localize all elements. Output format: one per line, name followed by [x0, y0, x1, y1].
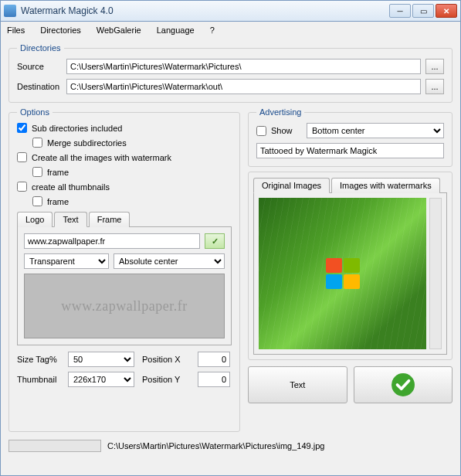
image-preview[interactable]: [259, 198, 426, 349]
tab-text[interactable]: Text: [54, 212, 86, 227]
show-ad-label: Show: [271, 126, 302, 135]
show-ad-checkbox[interactable]: [256, 126, 266, 136]
source-browse-button[interactable]: ...: [425, 59, 444, 74]
status-path: C:\Users\Martin\Pictures\Watermark\Pictu…: [107, 441, 324, 450]
position-y-input[interactable]: [198, 372, 230, 387]
destination-input[interactable]: [66, 79, 421, 94]
maximize-button[interactable]: ▭: [412, 4, 434, 18]
source-input[interactable]: [66, 59, 421, 74]
advertising-group: Advertising Show Bottom center: [248, 107, 453, 167]
subdirs-label: Sub directories included: [32, 124, 122, 133]
ad-text-input[interactable]: [256, 143, 444, 158]
create-watermark-checkbox[interactable]: [17, 152, 27, 162]
advertising-legend: Advertising: [256, 107, 304, 117]
menubar: Files Directories WebGalerie Language ?: [0, 22, 461, 39]
create-watermark-label: Create all the images with watermark: [32, 153, 171, 162]
position-x-label: Position X: [142, 355, 190, 364]
titlebar: Watermark Magick 4.0 ─ ▭ ✕: [0, 0, 461, 22]
options-group: Options Sub directories included Merge s…: [8, 107, 240, 432]
app-icon: [4, 5, 16, 17]
watermark-preview: www.zapwallpaper.fr: [24, 274, 225, 338]
directories-legend: Directories: [17, 43, 64, 53]
menu-webgalerie[interactable]: WebGalerie: [97, 26, 141, 35]
menu-help[interactable]: ?: [210, 26, 215, 35]
frame1-checkbox[interactable]: [32, 167, 42, 177]
destination-browse-button[interactable]: ...: [425, 79, 444, 94]
destination-label: Destination: [17, 82, 62, 91]
menu-directories[interactable]: Directories: [40, 26, 81, 35]
options-legend: Options: [17, 107, 53, 117]
subdirs-checkbox[interactable]: [17, 123, 27, 133]
frame1-label: frame: [47, 168, 69, 177]
thumbnail-label: Thumbnail: [17, 375, 60, 384]
merge-subdirs-label: Merge subdirectories: [47, 138, 127, 148]
windows-logo-icon: [326, 258, 360, 289]
preview-group: Original Images Images with watermarks: [248, 172, 453, 360]
watermark-tabs: Logo Text Frame: [17, 211, 232, 227]
progress-bar: [8, 440, 101, 452]
menu-language[interactable]: Language: [157, 26, 195, 35]
minimize-button[interactable]: ─: [389, 4, 411, 18]
svg-point-0: [392, 373, 415, 396]
close-button[interactable]: ✕: [436, 4, 457, 18]
create-thumbnails-label: create all thumbnails: [32, 182, 110, 192]
run-button[interactable]: [354, 366, 453, 403]
position-select[interactable]: Absolute center: [114, 253, 225, 269]
tab-frame[interactable]: Frame: [89, 212, 131, 227]
source-label: Source: [17, 62, 62, 71]
thumbnail-select[interactable]: 226x170: [68, 372, 134, 387]
directories-group: Directories Source ... Destination ...: [8, 43, 453, 103]
frame2-checkbox[interactable]: [32, 196, 42, 206]
tab-logo[interactable]: Logo: [17, 212, 53, 227]
create-thumbnails-checkbox[interactable]: [17, 182, 27, 192]
position-x-input[interactable]: [198, 352, 230, 367]
position-y-label: Position Y: [142, 375, 190, 384]
apply-text-button[interactable]: ✓: [205, 233, 225, 249]
size-tag-select[interactable]: 50: [68, 352, 134, 367]
menu-files[interactable]: Files: [7, 26, 25, 35]
ad-position-select[interactable]: Bottom center: [307, 123, 444, 138]
watermark-text-input[interactable]: [24, 233, 200, 249]
background-select[interactable]: Transparent: [24, 253, 109, 269]
frame2-label: frame: [47, 197, 69, 206]
window-title: Watermark Magick 4.0: [21, 5, 389, 16]
merge-subdirs-checkbox[interactable]: [32, 138, 42, 148]
tab-watermarked-images[interactable]: Images with watermarks: [331, 178, 440, 193]
preview-scrollbar[interactable]: [429, 198, 442, 349]
checkmark-icon: [389, 371, 417, 399]
tab-original-images[interactable]: Original Images: [253, 178, 330, 193]
tab-text-body: ✓ Transparent Absolute center www.zapwal…: [17, 227, 232, 345]
image-tabs: Original Images Images with watermarks: [253, 177, 447, 193]
statusbar: C:\Users\Martin\Pictures\Watermark\Pictu…: [8, 440, 453, 452]
size-tag-label: Size Tag%: [17, 355, 60, 364]
text-action-button[interactable]: Text: [248, 366, 347, 403]
